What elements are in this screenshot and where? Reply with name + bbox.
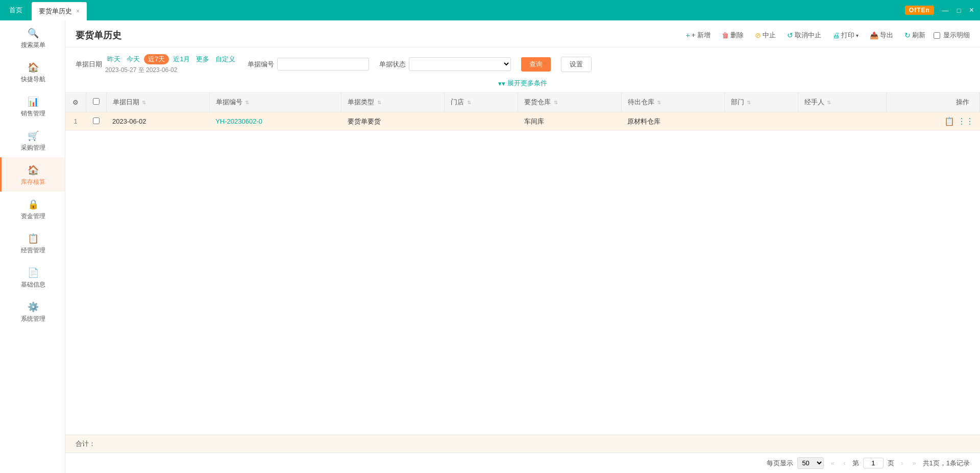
col-store: 门店 ⇅ [445, 92, 518, 112]
status-label: 单据状态 [379, 60, 406, 69]
shortcut-7days[interactable]: 近7天 [144, 54, 169, 64]
sidebar-item-label: 资金管理 [21, 212, 45, 221]
page-input[interactable] [863, 458, 884, 468]
query-button[interactable]: 查询 [521, 57, 551, 72]
table-footer: 合计： [65, 435, 980, 453]
display-cell-checkbox[interactable] [934, 32, 940, 39]
col-settings[interactable]: ⚙ [65, 92, 86, 112]
col-reqwarehouse: 要货仓库 ⇅ [518, 92, 621, 112]
sidebar-item-sales[interactable]: 📊 销售管理 [0, 89, 65, 123]
col-action: 操作 [887, 92, 980, 112]
window-minimize[interactable]: — [942, 7, 949, 14]
docno-link[interactable]: YH-20230602-0 [215, 117, 262, 125]
cancel-stop-button[interactable]: ↺ 取消中止 [784, 29, 824, 42]
refresh-label: 刷新 [912, 31, 925, 40]
shortcut-1month[interactable]: 近1月 [171, 54, 192, 65]
operation-icon: 📋 [28, 233, 39, 244]
window-close[interactable]: × [969, 6, 974, 15]
sort-doctype-icon[interactable]: ⇅ [377, 100, 381, 105]
shortcut-more[interactable]: 更多 [194, 54, 211, 65]
delete-icon: 🗑 [722, 31, 729, 39]
sort-pendingwarehouse-icon[interactable]: ⇅ [657, 100, 661, 105]
tab-home[interactable]: 首页 [0, 0, 32, 20]
data-table: ⚙ 单据日期 ⇅ 单据编号 ⇅ 单据类型 ⇅ 门店 ⇅ 要货仓库 ⇅ 待出仓库 … [65, 92, 980, 131]
page-prev-btn[interactable]: ‹ [841, 458, 848, 468]
print-dropdown-icon: ▾ [856, 33, 859, 38]
export-label: 导出 [880, 31, 893, 40]
table-container: ⚙ 单据日期 ⇅ 单据编号 ⇅ 单据类型 ⇅ 门店 ⇅ 要货仓库 ⇅ 待出仓库 … [65, 92, 980, 435]
shortcut-custom[interactable]: 自定义 [213, 54, 237, 65]
sort-docno-icon[interactable]: ⇅ [245, 100, 249, 105]
date-shortcuts: 昨天 今天 近7天 近1月 更多 自定义 2023-05-27 至 2023-0… [105, 54, 237, 75]
row-docno: YH-20230602-0 [209, 112, 341, 131]
delete-button[interactable]: 🗑 删除 [719, 29, 747, 42]
expand-more-button[interactable]: ▾▾ 展开更多条件 [76, 79, 970, 88]
main-layout: 🔍 搜索菜单 🏠 快捷导航 📊 销售管理 🛒 采购管理 🏠 库存核算 🔒 资金管… [0, 20, 980, 473]
row-select-checkbox[interactable] [93, 117, 100, 124]
sort-handler-icon[interactable]: ⇅ [827, 100, 831, 105]
sidebar-item-quick-nav[interactable]: 🏠 快捷导航 [0, 55, 65, 89]
sum-label: 合计： [76, 439, 95, 448]
new-button[interactable]: + + 新增 [683, 29, 714, 42]
select-all-checkbox[interactable] [93, 98, 100, 105]
row-handler [798, 112, 886, 131]
col-checkbox[interactable] [86, 92, 106, 112]
sort-reqwarehouse-icon[interactable]: ⇅ [554, 100, 558, 105]
page-summary: 共1页，1条记录 [923, 459, 970, 468]
window-maximize[interactable]: □ [957, 7, 961, 14]
display-cell-button[interactable]: 显示明细 [934, 31, 970, 40]
expand-more-icon: ▾▾ [498, 80, 505, 87]
stop-button[interactable]: ⊘ 中止 [752, 29, 779, 42]
tab-active[interactable]: 要货单历史 × [32, 2, 87, 20]
export-button[interactable]: 📤 导出 [867, 29, 896, 42]
shortcut-today[interactable]: 今天 [125, 54, 142, 65]
sidebar-item-purchase[interactable]: 🛒 采购管理 [0, 123, 65, 157]
quick-nav-icon: 🏠 [28, 62, 39, 73]
sidebar-item-operation[interactable]: 📋 经营管理 [0, 226, 65, 260]
sidebar-item-label: 销售管理 [21, 109, 45, 118]
tab-close-icon[interactable]: × [76, 8, 80, 15]
table-row: 1 2023-06-02 YH-20230602-0 要货单要货 车间库 原材料… [65, 112, 980, 131]
delete-label: 删除 [730, 31, 744, 40]
sidebar-item-base-info[interactable]: 📄 基础信息 [0, 260, 65, 294]
sidebar-item-system[interactable]: ⚙️ 系统管理 [0, 294, 65, 328]
sort-dept-icon[interactable]: ⇅ [747, 100, 751, 105]
sidebar-item-label: 经营管理 [21, 246, 45, 255]
system-icon: ⚙️ [28, 301, 39, 313]
table-header-row: ⚙ 单据日期 ⇅ 单据编号 ⇅ 单据类型 ⇅ 门店 ⇅ 要货仓库 ⇅ 待出仓库 … [65, 92, 980, 112]
sort-store-icon[interactable]: ⇅ [467, 100, 471, 105]
top-bar: 首页 要货单历史 × OfTEn — □ × [0, 0, 980, 20]
sidebar-item-finance[interactable]: 🔒 资金管理 [0, 192, 65, 226]
sidebar-item-inventory[interactable]: 🏠 库存核算 [0, 157, 65, 192]
pagination-bar: 每页显示 50 100 200 « ‹ 第 页 › » 共1页，1条记录 [65, 453, 980, 473]
new-icon: + [686, 31, 690, 39]
settings-button[interactable]: 设置 [561, 57, 592, 72]
finance-icon: 🔒 [28, 199, 39, 210]
display-cell-label: 显示明细 [943, 31, 970, 40]
page-next-btn[interactable]: › [898, 458, 905, 468]
refresh-button[interactable]: ↻ 刷新 [901, 29, 928, 42]
sort-docdate-icon[interactable]: ⇅ [142, 100, 146, 105]
print-button[interactable]: 🖨 打印 ▾ [829, 29, 862, 42]
sidebar-item-label: 库存核算 [21, 178, 45, 186]
docno-input[interactable] [277, 58, 369, 70]
docno-filter: 单据编号 [248, 58, 369, 70]
page-last-btn[interactable]: » [910, 458, 918, 468]
table-body: 1 2023-06-02 YH-20230602-0 要货单要货 车间库 原材料… [65, 112, 980, 131]
status-select[interactable] [409, 57, 511, 71]
tab-active-label: 要货单历史 [39, 7, 72, 16]
sidebar-item-label: 基础信息 [21, 280, 45, 289]
sidebar-item-label: 系统管理 [21, 315, 45, 323]
row-actions: 📋 ⋮⋮ [887, 112, 980, 131]
row-checkbox-cell[interactable] [86, 112, 106, 131]
sidebar-item-label: 采购管理 [21, 144, 45, 152]
row-edit-icon[interactable]: 📋 [944, 116, 954, 126]
shortcut-yesterday[interactable]: 昨天 [105, 54, 122, 65]
page-size-select[interactable]: 50 100 200 [797, 457, 824, 469]
row-more-icon[interactable]: ⋮⋮ [958, 116, 974, 126]
sidebar-item-search-menu[interactable]: 🔍 搜索菜单 [0, 20, 65, 55]
filter-row: 单据日期 昨天 今天 近7天 近1月 更多 自定义 2023-05-27 至 2… [76, 54, 970, 75]
page-first-btn[interactable]: « [828, 458, 837, 468]
cancel-stop-icon: ↺ [787, 31, 793, 39]
sidebar-item-label: 快捷导航 [21, 75, 45, 84]
